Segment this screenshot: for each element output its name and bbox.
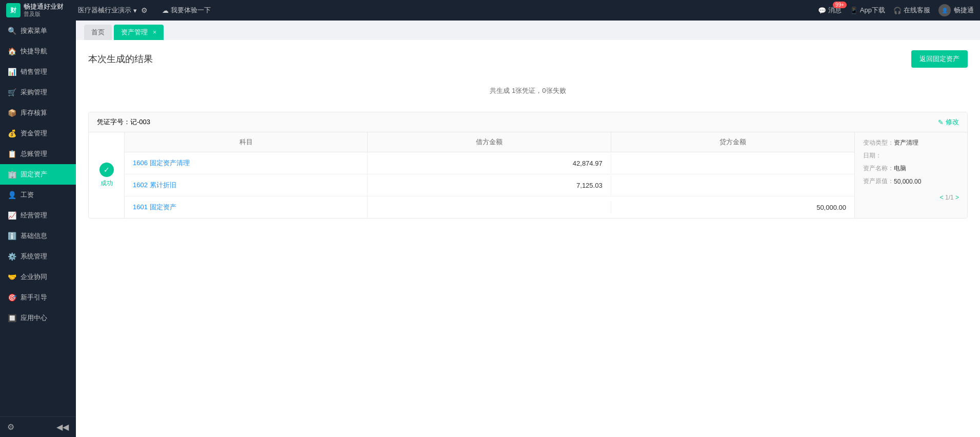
fixed-assets-icon: 🏢 <box>7 170 16 179</box>
sidebar-item-search[interactable]: 🔍 搜索菜单 <box>0 21 76 41</box>
sidebar-item-inventory[interactable]: 📦 库存核算 <box>0 103 76 123</box>
tab-close-icon[interactable]: × <box>153 28 157 36</box>
sidebar-label-ledger: 总账管理 <box>21 149 47 158</box>
funds-icon: 💰 <box>7 129 16 138</box>
sidebar-item-ledger[interactable]: 📋 总账管理 <box>0 144 76 164</box>
side-panel-date: 日期： <box>863 151 959 160</box>
tab-home[interactable]: 首页 <box>84 25 112 40</box>
voucher-edit-button[interactable]: ✎ 修改 <box>938 117 959 127</box>
td-subject-1[interactable]: 1606 固定资产清理 <box>125 152 368 174</box>
sidebar-label-basic-info: 基础信息 <box>21 231 47 241</box>
logo-icon: 财 <box>6 3 21 17</box>
sidebar-label-funds: 资金管理 <box>21 129 47 138</box>
sidebar-label-guide: 新手引导 <box>21 293 47 302</box>
voucher-card: 凭证字号：记-003 ✎ 修改 ✓ 成功 <box>88 112 968 218</box>
home-icon: 🏠 <box>7 47 16 56</box>
topbar: 财 畅捷通好业财 普及版 医疗器械行业演示 ▾ ⚙ ☁ 我要体验一下 💬 消息 … <box>0 0 980 21</box>
asset-name-value: 电脑 <box>894 164 906 173</box>
pagination: < 1/1 > <box>863 194 959 201</box>
app-icon: 📱 <box>850 7 858 14</box>
sidebar-label-fixed-assets: 固定资产 <box>21 170 47 179</box>
logo-text-block: 畅捷通好业财 普及版 <box>24 3 64 18</box>
sidebar-item-operations[interactable]: 📈 经营管理 <box>0 205 76 226</box>
sidebar-item-sales[interactable]: 📊 销售管理 <box>0 62 76 82</box>
change-type-label: 变动类型： <box>863 138 894 147</box>
td-credit-1 <box>611 157 854 169</box>
td-subject-3[interactable]: 1601 固定资产 <box>125 196 368 218</box>
td-credit-2 <box>611 179 854 191</box>
company-selector[interactable]: 医疗器械行业演示 ▾ ⚙ <box>78 6 148 15</box>
search-icon: 🔍 <box>7 26 16 35</box>
date-label: 日期： <box>863 151 894 160</box>
cloud-icon: ☁ <box>162 7 169 14</box>
td-credit-3: 50,000.00 <box>611 197 854 217</box>
side-panel-asset-value: 资产原值： 50,000.00 <box>863 177 959 186</box>
page-content: 本次生成的结果 返回固定资产 共生成 1张凭证，0张失败 凭证字号：记-003 … <box>76 40 980 437</box>
sidebar-item-fixed-assets[interactable]: 🏢 固定资产 <box>0 164 76 185</box>
logo-title: 畅捷通好业财 <box>24 3 64 11</box>
side-panel-change-type: 变动类型： 资产清理 <box>863 138 959 147</box>
sidebar-bottom: ⚙ ◀◀ <box>0 416 76 437</box>
tab-asset-management[interactable]: 资产管理 × <box>114 25 164 40</box>
company-name: 医疗器械行业演示 <box>78 6 131 15</box>
side-panel-asset-name: 资产名称： 电脑 <box>863 164 959 173</box>
settings-icon[interactable]: ⚙ <box>141 6 148 14</box>
sidebar-label-quick-nav: 快捷导航 <box>21 47 47 56</box>
prev-page-button[interactable]: < <box>940 194 944 201</box>
table-header: 科目 借方金额 贷方金额 <box>125 132 854 152</box>
sidebar-item-system[interactable]: ⚙️ 系统管理 <box>0 246 76 267</box>
username: 畅捷通 <box>954 6 974 15</box>
return-button[interactable]: 返回固定资产 <box>911 50 968 68</box>
sidebar-label-search: 搜索菜单 <box>21 26 47 35</box>
experience-label: 我要体验一下 <box>171 6 211 15</box>
sidebar-label-purchase: 采购管理 <box>21 88 47 97</box>
voucher-number: 凭证字号：记-003 <box>97 117 150 127</box>
sidebar-item-purchase[interactable]: 🛒 采购管理 <box>0 82 76 103</box>
th-subject: 科目 <box>125 132 368 152</box>
asset-name-label: 资产名称： <box>863 164 894 173</box>
sidebar-settings-icon[interactable]: ⚙ <box>7 422 14 432</box>
sidebar-item-app-center[interactable]: 🔲 应用中心 <box>0 308 76 328</box>
asset-value-value: 50,000.00 <box>894 178 921 185</box>
dropdown-icon: ▾ <box>133 7 137 14</box>
sidebar-collapse-icon[interactable]: ◀◀ <box>56 422 69 432</box>
app-download-button[interactable]: 📱 App下载 <box>850 6 885 15</box>
page-header: 本次生成的结果 返回固定资产 <box>88 50 968 68</box>
payroll-icon: 👤 <box>7 190 16 200</box>
app-center-icon: 🔲 <box>7 313 16 323</box>
tab-home-label: 首页 <box>91 28 105 36</box>
sidebar-item-basic-info[interactable]: ℹ️ 基础信息 <box>0 226 76 246</box>
headset-icon: 🎧 <box>893 7 902 14</box>
summary-line: 共生成 1张凭证，0张失败 <box>88 78 968 104</box>
change-type-value: 资产清理 <box>894 138 918 147</box>
sidebar-label-system: 系统管理 <box>21 252 47 261</box>
customer-service-button[interactable]: 🎧 在线客服 <box>893 6 930 15</box>
td-debit-1: 42,874.97 <box>368 153 611 173</box>
next-page-button[interactable]: > <box>955 194 959 201</box>
sidebar-item-enterprise[interactable]: 🤝 企业协同 <box>0 267 76 287</box>
sidebar-label-enterprise: 企业协同 <box>21 272 47 282</box>
voucher-body: ✓ 成功 科目 借方金额 贷方金额 1606 固定资产清理 <box>89 132 967 218</box>
status-text: 成功 <box>101 179 113 188</box>
sidebar-item-funds[interactable]: 💰 资金管理 <box>0 123 76 144</box>
user-menu[interactable]: 👤 畅捷通 <box>938 4 974 16</box>
purchase-icon: 🛒 <box>7 88 16 97</box>
table-row: 1606 固定资产清理 42,874.97 <box>125 152 854 174</box>
voucher-header: 凭证字号：记-003 ✎ 修改 <box>89 112 967 132</box>
table-row: 1602 累计折旧 7,125.03 <box>125 174 854 196</box>
sidebar-label-inventory: 库存核算 <box>21 108 47 117</box>
edit-label: 修改 <box>946 117 959 127</box>
sidebar-item-guide[interactable]: 🎯 新手引导 <box>0 287 76 308</box>
td-subject-2[interactable]: 1602 累计折旧 <box>125 174 368 196</box>
main-layout: 🔍 搜索菜单 🏠 快捷导航 📊 销售管理 🛒 采购管理 📦 库存核算 💰 资金管… <box>0 21 980 437</box>
sidebar-label-operations: 经营管理 <box>21 211 47 220</box>
inventory-icon: 📦 <box>7 108 16 117</box>
status-column: ✓ 成功 <box>89 132 125 218</box>
sidebar: 🔍 搜索菜单 🏠 快捷导航 📊 销售管理 🛒 采购管理 📦 库存核算 💰 资金管… <box>0 21 76 437</box>
guide-icon: 🎯 <box>7 293 16 302</box>
sidebar-item-quick-nav[interactable]: 🏠 快捷导航 <box>0 41 76 62</box>
notifications-button[interactable]: 💬 消息 99+ <box>818 6 842 15</box>
experience-button[interactable]: ☁ 我要体验一下 <box>162 6 211 15</box>
page-title: 本次生成的结果 <box>88 53 153 65</box>
sidebar-item-payroll[interactable]: 👤 工资 <box>0 185 76 205</box>
